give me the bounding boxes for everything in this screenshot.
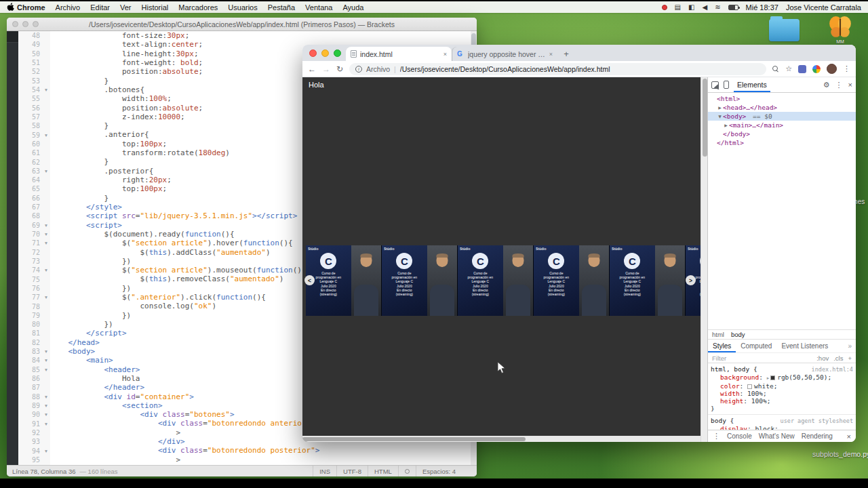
tab-google-search[interactable]: G jquery opposite hover - Busca × <box>452 47 557 61</box>
drawer-tab-console[interactable]: Console <box>727 432 752 440</box>
css-property[interactable]: height: 100%; <box>711 397 853 405</box>
info-icon[interactable]: i <box>355 66 362 73</box>
dom-node[interactable]: ▶<head>…</head> <box>708 103 856 112</box>
drawer-tab-what-s-new[interactable]: What's New <box>759 432 795 440</box>
butterfly-icon[interactable] <box>828 15 852 39</box>
menu-item-ventana[interactable]: Ventana <box>305 3 332 12</box>
dom-node[interactable]: </html> <box>708 138 856 147</box>
record-icon[interactable] <box>662 5 667 10</box>
code-line[interactable]: 48 font-size:30px; <box>18 31 477 40</box>
video-thumbnail[interactable]: StüdioCCurso deprogramación enLenguaje C… <box>534 245 610 316</box>
brackets-zoom-button[interactable] <box>33 21 39 27</box>
styles-filter-input[interactable]: Filter <box>712 354 726 362</box>
brackets-sidebar[interactable] <box>7 31 18 465</box>
pane-tab-event-listeners[interactable]: Event Listeners <box>776 340 833 352</box>
tab-close-icon[interactable]: × <box>549 51 553 58</box>
devtools-menu-icon[interactable]: ⋮ <box>835 81 843 89</box>
video-thumbnail[interactable]: StüdioCCurso deprogramación enLenguaje C… <box>382 245 458 316</box>
carousel-prev-button[interactable]: < <box>304 275 315 285</box>
tab-close-icon[interactable]: × <box>443 51 447 58</box>
folder-icon[interactable] <box>769 19 800 41</box>
encoding[interactable]: UTF-8 <box>336 466 368 476</box>
insert-mode[interactable]: INS <box>313 466 336 476</box>
menubar-user[interactable]: Jose Vicente Carratala <box>786 3 861 12</box>
brackets-titlebar[interactable]: /Users/josevicente/Desktop/CursoAplicaci… <box>7 18 477 31</box>
extension-icon[interactable] <box>798 65 806 73</box>
horizontal-scrollbar-thumb[interactable] <box>302 437 526 441</box>
dom-node[interactable]: <html> <box>708 94 856 103</box>
page-scrollbar-thumb[interactable] <box>703 79 707 157</box>
drawer-close-icon[interactable]: × <box>847 432 851 441</box>
menu-item-pestaña[interactable]: Pestaña <box>268 3 295 12</box>
extension-colored-icon[interactable] <box>812 65 821 73</box>
language-mode[interactable]: HTML <box>368 466 398 476</box>
reload-button[interactable]: ↻ <box>336 65 343 73</box>
volume-icon[interactable]: ◀ <box>703 3 708 11</box>
menu-item-ver[interactable]: Ver <box>120 3 132 12</box>
toggle-cls[interactable]: .cls <box>833 354 843 362</box>
style-rule[interactable]: body {user agent stylesheetdisplay: bloc… <box>708 415 856 430</box>
menu-item-editar[interactable]: Editar <box>90 3 110 12</box>
menu-item-marcadores[interactable]: Marcadores <box>178 3 218 12</box>
color-swatch[interactable] <box>747 384 752 389</box>
horizontal-scrollbar[interactable] <box>302 436 701 442</box>
keyboard-icon[interactable]: ◧ <box>688 3 694 11</box>
css-property[interactable]: display: block; <box>711 425 853 430</box>
dom-node[interactable]: ▼<body> == $0 <box>708 112 856 121</box>
video-thumbnail[interactable]: StüdioCCurso deprogramación enLenguaje C… <box>610 245 686 316</box>
close-button[interactable] <box>309 49 317 57</box>
display-icon[interactable]: ▤ <box>675 3 681 11</box>
minimize-button[interactable] <box>321 49 329 57</box>
code-line[interactable]: 94▼ <div class="botonredondo posterior"> <box>18 446 477 455</box>
inspect-element-icon[interactable] <box>711 81 719 89</box>
code-line[interactable]: 95 > <box>18 455 477 464</box>
wifi-icon[interactable]: ≋ <box>715 3 720 11</box>
menu-item-archivo[interactable]: Archivo <box>56 3 81 12</box>
video-thumbnail[interactable]: StüdioCCurso deprogramación enLenguaje C… <box>458 245 534 316</box>
search-icon[interactable] <box>772 66 779 73</box>
address-bar[interactable]: i Archivo | /Users/josevicente/Desktop/C… <box>349 63 766 75</box>
device-toolbar-icon[interactable] <box>724 81 729 89</box>
new-tab-button[interactable]: + <box>557 47 575 61</box>
battery-icon[interactable] <box>728 5 738 10</box>
color-swatch[interactable] <box>770 375 775 380</box>
devtools-settings-icon[interactable]: ⚙ <box>823 81 830 89</box>
menu-item-chrome[interactable]: Chrome <box>17 3 45 12</box>
menu-item-ayuda[interactable]: Ayuda <box>342 3 363 12</box>
brackets-minimize-button[interactable] <box>22 21 28 27</box>
profile-avatar[interactable] <box>827 64 837 74</box>
pane-tab--[interactable]: » <box>844 340 856 352</box>
desktop-file-label[interactable]: subplots_demo.py <box>812 450 868 458</box>
back-button[interactable]: ← <box>308 65 316 73</box>
pane-tab-styles[interactable]: Styles <box>708 340 736 352</box>
drawer-menu-icon[interactable]: ⋮ <box>713 432 720 440</box>
tab-elements[interactable]: Elements <box>734 77 770 92</box>
browser-menu-icon[interactable]: ⋮ <box>843 65 850 73</box>
video-thumbnail[interactable]: StüdioCCurso deprogramación enLenguaje C… <box>306 245 382 316</box>
rule-source-link[interactable]: index.html:4 <box>808 366 853 373</box>
devtools-close-icon[interactable]: × <box>848 81 852 89</box>
drawer-tab-rendering[interactable]: Rendering <box>802 432 833 440</box>
menu-item-usuarios[interactable]: Usuarios <box>228 3 257 12</box>
menubar-clock[interactable]: Mié 18:37 <box>746 3 778 12</box>
indent-setting[interactable]: Espacios: 4 <box>416 466 462 476</box>
menu-item-historial[interactable]: Historial <box>142 3 169 12</box>
brackets-close-button[interactable] <box>12 21 18 27</box>
toggle-hov[interactable]: :hov <box>816 354 829 362</box>
dom-node[interactable]: ▶<main>…</main> <box>708 121 856 129</box>
carousel-next-button[interactable]: > <box>686 275 696 285</box>
css-property[interactable]: width: 100%; <box>711 390 853 397</box>
css-property[interactable]: background: ▸rgb(50,50,50); <box>711 373 853 382</box>
bookmark-star-icon[interactable]: ☆ <box>785 65 792 73</box>
forward-button[interactable]: → <box>322 65 330 73</box>
crumb-html[interactable]: html <box>712 331 724 338</box>
css-property[interactable]: color: white; <box>711 382 853 390</box>
apple-menu-icon[interactable] <box>7 3 14 12</box>
rule-source-link[interactable]: user agent stylesheet <box>776 418 853 425</box>
toggle-[interactable]: + <box>848 354 852 362</box>
pane-tab-computed[interactable]: Computed <box>736 340 776 352</box>
page-scrollbar[interactable] <box>701 77 707 442</box>
crumb-body[interactable]: body <box>731 331 745 338</box>
tab-index-html[interactable]: index.html × <box>346 47 452 61</box>
style-rule[interactable]: html, body {index.html:4background: ▸rgb… <box>708 363 856 415</box>
